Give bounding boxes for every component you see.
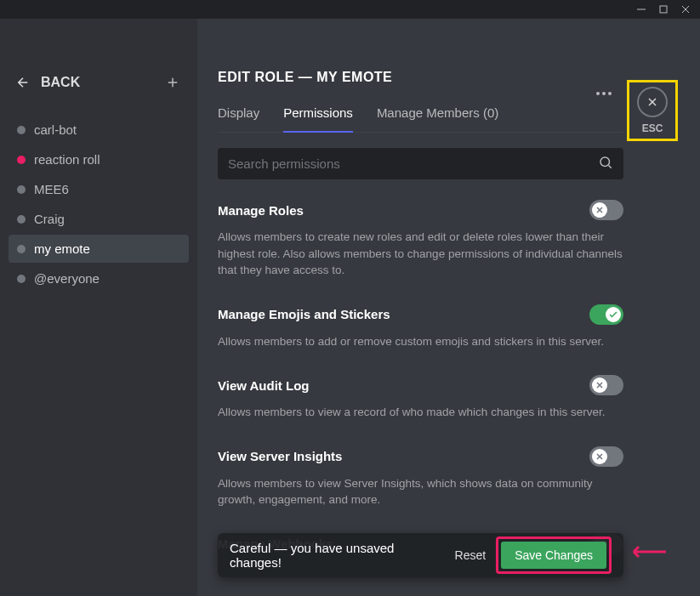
permission-title: View Server Insights: [218, 449, 342, 463]
permission-block: Manage Emojis and StickersAllows members…: [218, 304, 623, 350]
page-title: EDIT ROLE — MY EMOTE: [218, 70, 623, 85]
permission-title: Manage Roles: [218, 203, 304, 218]
role-name-label: my emote: [34, 241, 90, 256]
svg-rect-0: [660, 6, 667, 13]
role-item[interactable]: my emote: [9, 235, 189, 263]
search-wrap: [218, 148, 623, 179]
tab[interactable]: Display: [218, 105, 259, 132]
close-highlight-annotation: ESC: [627, 80, 678, 141]
back-button[interactable]: BACK: [15, 75, 80, 90]
role-name-label: carl-bot: [34, 122, 77, 137]
permission-toggle[interactable]: [589, 304, 623, 325]
tab[interactable]: Permissions: [283, 105, 353, 132]
back-label: BACK: [41, 75, 80, 90]
permission-toggle[interactable]: [589, 446, 623, 467]
window-maximize-button[interactable]: [652, 0, 674, 19]
role-item[interactable]: Craig: [9, 205, 189, 233]
permission-toggle[interactable]: [589, 375, 623, 395]
unsaved-changes-banner: Careful — you have unsaved changes! Rese…: [218, 533, 623, 577]
x-icon: [592, 377, 607, 393]
role-color-dot: [17, 275, 26, 283]
esc-label: ESC: [642, 122, 663, 134]
close-icon: [646, 95, 659, 109]
permission-block: Manage RolesAllows members to create new…: [218, 200, 623, 279]
arrow-annotation: [629, 545, 666, 562]
role-color-dot: [17, 215, 26, 224]
close-settings-button[interactable]: [637, 87, 668, 117]
role-color-dot: [17, 245, 26, 253]
permission-description: Allows members to view a record of who m…: [218, 404, 623, 421]
role-more-options-button[interactable]: [596, 92, 612, 95]
role-name-label: MEE6: [34, 182, 69, 196]
role-item[interactable]: MEE6: [9, 175, 189, 203]
permission-title: View Audit Log: [218, 378, 310, 393]
window-minimize-button[interactable]: [630, 0, 652, 19]
permission-block: View Server InsightsAllows members to vi…: [218, 446, 623, 508]
role-color-dot: [17, 185, 26, 194]
role-color-dot: [17, 126, 26, 134]
role-name-label: Craig: [34, 212, 65, 226]
tab[interactable]: Manage Members (0): [377, 105, 498, 132]
banner-text: Careful — you have unsaved changes!: [230, 541, 445, 570]
x-icon: [592, 202, 607, 218]
svg-point-1: [600, 157, 610, 167]
roles-sidebar: BACK carl-botreaction rollMEE6Craigmy em…: [0, 19, 197, 596]
role-list: carl-botreaction rollMEE6Craigmy emote@e…: [9, 116, 189, 292]
permission-description: Allows members to create new roles and e…: [218, 229, 623, 279]
tabs: DisplayPermissionsManage Members (0): [218, 105, 623, 133]
permission-description: Allows members to view Server Insights, …: [218, 475, 623, 508]
permission-title: Manage Emojis and Stickers: [218, 307, 390, 321]
role-item[interactable]: reaction roll: [9, 145, 189, 173]
reset-button[interactable]: Reset: [445, 543, 497, 567]
role-item[interactable]: carl-bot: [9, 116, 189, 144]
arrow-left-icon: [15, 75, 31, 90]
permission-block: View Audit LogAllows members to view a r…: [218, 375, 623, 421]
search-icon: [598, 155, 613, 173]
role-name-label: @everyone: [34, 271, 100, 286]
add-role-button[interactable]: [163, 73, 182, 92]
window-close-button[interactable]: [674, 0, 697, 19]
role-item[interactable]: @everyone: [9, 264, 189, 292]
content-scroll[interactable]: EDIT ROLE — MY EMOTE DisplayPermissionsM…: [197, 19, 700, 596]
permission-toggle[interactable]: [589, 200, 623, 220]
role-name-label: reaction roll: [34, 152, 100, 167]
permission-description: Allows members to add or remove custom e…: [218, 333, 623, 350]
x-icon: [592, 449, 607, 464]
role-color-dot: [17, 156, 26, 164]
save-changes-button[interactable]: Save Changes: [501, 542, 606, 569]
window-titlebar: [0, 0, 700, 19]
plus-icon: [165, 75, 180, 90]
search-input[interactable]: [218, 148, 623, 179]
check-icon: [606, 307, 621, 322]
save-highlight-annotation: Save Changes: [496, 536, 612, 574]
